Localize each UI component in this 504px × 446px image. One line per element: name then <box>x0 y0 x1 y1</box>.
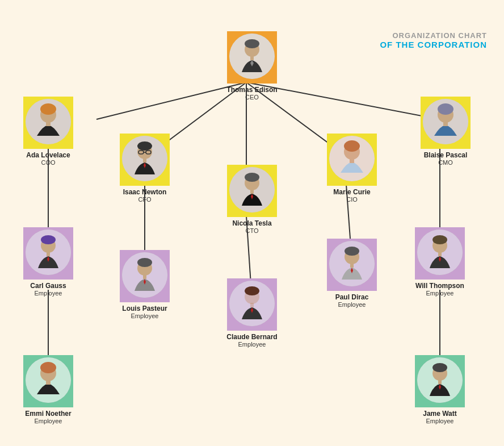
node-bernard: Claude Bernard Employee <box>221 278 283 349</box>
node-role-bernard: Employee <box>226 341 277 348</box>
svg-point-18 <box>40 103 56 115</box>
node-role-pascal: CMO <box>421 159 471 166</box>
node-role-newton: CFO <box>120 196 170 203</box>
node-noether: Emmi Noether Employee <box>17 355 79 426</box>
svg-point-22 <box>137 141 152 151</box>
node-tesla: Nicola Tesla CTO <box>221 165 283 235</box>
svg-point-41 <box>41 235 56 244</box>
node-name-newton: Isaac Newton <box>120 188 170 196</box>
node-role-curie: CIO <box>327 196 377 203</box>
node-curie: Marie Curie CIO <box>321 134 383 204</box>
svg-rect-30 <box>250 189 254 194</box>
node-role-edison: CEO <box>226 94 277 101</box>
svg-point-61 <box>40 362 56 373</box>
node-name-watt: Jame Watt <box>415 410 465 418</box>
chart-title-line2: OF THE CORPORATION <box>380 40 487 49</box>
node-pasteur: Louis Pasteur Employee <box>114 250 176 320</box>
node-role-gauss: Employee <box>23 290 73 297</box>
svg-rect-62 <box>46 380 51 385</box>
svg-point-14 <box>245 39 259 48</box>
node-name-lovelace: Ada Lovelace <box>23 151 73 159</box>
svg-point-45 <box>137 258 152 267</box>
svg-rect-15 <box>250 56 254 60</box>
chart-title-line1: ORGANIZATION CHART <box>380 31 487 40</box>
svg-rect-42 <box>47 252 50 256</box>
svg-rect-50 <box>250 303 254 307</box>
node-name-bernard: Claude Bernard <box>226 333 277 341</box>
svg-point-29 <box>245 173 259 182</box>
svg-point-57 <box>432 235 447 244</box>
svg-point-37 <box>438 103 453 115</box>
svg-rect-54 <box>350 263 354 268</box>
node-role-watt: Employee <box>415 418 465 424</box>
node-name-noether: Emmi Noether <box>23 410 73 418</box>
svg-rect-46 <box>143 274 146 279</box>
svg-point-65 <box>432 363 447 372</box>
svg-point-33 <box>344 140 360 152</box>
node-lovelace: Ada Lovelace COO <box>17 97 79 167</box>
node-pascal: Blaise Pascal CMO <box>414 97 477 167</box>
svg-rect-58 <box>438 252 442 256</box>
svg-point-53 <box>345 247 359 256</box>
node-name-pasteur: Louis Pasteur <box>120 305 170 312</box>
node-role-dirac: Employee <box>327 301 377 308</box>
node-role-noether: Employee <box>23 418 73 424</box>
svg-rect-19 <box>46 122 51 126</box>
node-role-pasteur: Employee <box>120 312 170 319</box>
node-name-pascal: Blaise Pascal <box>421 151 471 159</box>
node-watt: Jame Watt Employee <box>409 355 471 426</box>
svg-point-49 <box>245 286 259 295</box>
node-name-curie: Marie Curie <box>327 188 377 196</box>
node-dirac: Paul Dirac Employee <box>321 239 383 309</box>
node-name-thompson: Will Thompson <box>415 282 465 290</box>
node-name-edison: Thomas Edison <box>226 86 277 94</box>
svg-rect-66 <box>438 380 442 384</box>
node-role-thompson: Employee <box>415 290 465 297</box>
svg-rect-38 <box>443 122 448 126</box>
node-name-dirac: Paul Dirac <box>327 293 377 301</box>
node-role-tesla: CTO <box>227 227 277 234</box>
node-thompson: Will Thompson Employee <box>409 227 471 298</box>
svg-rect-23 <box>143 158 146 162</box>
node-edison: Thomas Edison CEO <box>221 31 283 102</box>
node-name-gauss: Carl Gauss <box>23 282 73 290</box>
node-name-tesla: Nicola Tesla <box>227 219 277 227</box>
node-newton: Isaac Newton CFO <box>114 134 176 204</box>
node-role-lovelace: COO <box>23 159 73 166</box>
svg-rect-34 <box>350 159 354 163</box>
chart-title: ORGANIZATION CHART OF THE CORPORATION <box>380 31 487 49</box>
node-gauss: Carl Gauss Employee <box>17 227 79 298</box>
